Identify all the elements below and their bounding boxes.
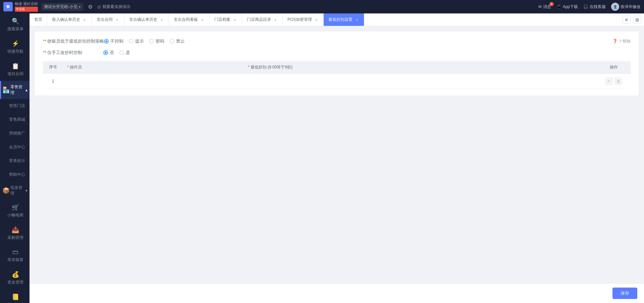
user-name: 徐泽华修改 [621,4,641,10]
user-menu[interactable]: 👤 徐泽华修改 [611,3,641,11]
tab-home[interactable]: 首页 [30,13,47,26]
messages-button[interactable]: ✉ 消息 8 [538,4,551,10]
close-icon[interactable]: × [355,17,359,22]
sidebar-item-label: 库存核算 [7,257,23,263]
radio-no-control[interactable]: 不控制 [104,38,123,44]
sidebar-item-label: 零售商城 [9,117,25,122]
sidebar-item-retail-mgmt[interactable]: 🏪 零售管理 ▲ [0,81,30,99]
radio-circle-reminder [129,39,133,44]
tab-store-product-catalog[interactable]: 门店商品目录 × [242,13,283,26]
radio-reminder-label: 提示 [135,38,144,44]
tab-label: 门店档案 [214,17,230,22]
close-icon[interactable]: × [273,17,278,22]
top-bar-right: ✉ 消息 8 📱 App下载 🎧 在线客服 👤 徐泽华修改 [538,3,641,11]
sidebar: 🔍 搜索菜单 ⚡ 快捷导航 📋 项目合同 🏪 零售管理 ▲ 智营门店 零售商城 … [0,13,30,303]
tab-home-label: 首页 [34,17,42,22]
tab-store-file[interactable]: 门店档案 × [210,13,242,26]
close-icon[interactable]: × [159,17,164,22]
online-service-label: 在线客服 [590,4,606,10]
radio-no[interactable]: 否 [103,50,114,56]
online-service-button[interactable]: 🎧 在线客服 [583,4,606,10]
sidebar-item-quick-nav[interactable]: ⚡ 快捷导航 [0,36,30,58]
th-min-discount-label: 最低折扣 (9.00等于9折) [251,65,292,69]
archive-icon: 🗃 [12,249,18,256]
discount-table: 序号 * 操作员 * 最低折扣 (9.00等于9折) 操作 1 [43,61,631,89]
sidebar-item-ecommerce[interactable]: 🛒 小畅电商 [0,200,30,222]
radio-forbidden-label: 禁止 [176,38,185,44]
radio-forbidden[interactable]: 禁止 [170,38,185,44]
sidebar-item-project-contract[interactable]: 📋 项目合同 [0,58,30,81]
help-link[interactable]: ❓ ？帮助 [612,39,631,44]
demo-link-label: 我要看实例演示 [102,4,130,10]
tab-bar: 首页 收入确认单历史 × 支出合同 × 支出确认单历史 × 支出合同看板 × 门… [30,13,644,26]
headset-icon: 🎧 [583,4,588,9]
radio-circle-yes [119,50,124,55]
clipboard-icon: 📋 [12,62,19,70]
sidebar-item-help-center[interactable]: 帮助中心 [0,168,30,182]
sidebar-item-marketing[interactable]: 营销推广 [0,127,30,140]
sidebar-item-finance[interactable]: 💰 资金管理 [0,267,30,289]
sidebar-item-search[interactable]: 🔍 搜索菜单 [0,13,30,36]
sidebar-item-label: 项目合同 [7,71,23,77]
tab-min-discount-settings[interactable]: 最低折扣设置 × [324,13,364,26]
messages-badge: 8 [549,2,554,6]
tab-pos-password-mgmt[interactable]: POS加密管理 × [283,13,324,26]
sidebar-item-ledger[interactable]: 📒 总账管理 [0,289,30,303]
tab-label: POS加密管理 [287,17,312,22]
cart-icon: 🛒 [12,204,19,211]
sidebar-item-label: 营销推广 [9,131,25,136]
content-area: 首页 收入确认单历史 × 支出合同 × 支出确认单历史 × 支出合同看板 × 门… [30,13,644,303]
tab-label: 支出合同 [97,17,113,22]
page-content: * * 收银员低于最低折扣控制策略 不控制 提示 [30,26,644,283]
app-download-button[interactable]: 📱 App下载 [556,4,578,10]
radio-no-control-label: 不控制 [110,38,123,44]
th-required-star2: * [248,65,251,69]
close-icon[interactable]: × [82,17,87,22]
discount-policy-radio-group: 不控制 提示 密码 禁止 [104,38,185,44]
sidebar-item-label: 小畅电商 [7,212,23,218]
tab-label: 支出合同看板 [174,17,198,22]
sidebar-item-retail-stats[interactable]: 零售统计 [0,154,30,168]
demo-link[interactable]: ⊙ 我要看实例演示 [97,4,130,10]
radio-circle-no [103,50,108,55]
logo-text: 畅捷·通好业财 [15,2,38,6]
search-icon: 🔍 [12,17,19,25]
close-icon[interactable]: × [314,17,319,22]
sidebar-item-inventory[interactable]: 🗃 库存核算 [0,245,30,267]
sidebar-item-smart-store[interactable]: 智营门店 [0,99,30,113]
close-tab-button[interactable]: ✕ [623,16,631,24]
th-operator-label: 操作员 [70,65,82,69]
chevron-down-icon: ▾ [79,5,80,9]
radio-reminder[interactable]: 提示 [129,38,144,44]
project-selector[interactable]: 测试分开完程-小兄 ▾ [41,3,83,11]
sidebar-item-purchase-mgmt[interactable]: 📥 采购管理 [0,222,30,245]
tab-bar-right: ✕ ⊞ [620,16,644,24]
table-row: 1 ✎ 🗑 [43,74,631,89]
tab-payment-confirm-history[interactable]: 支出确认单历史 × [124,13,169,26]
circle-icon: ⊙ [97,4,101,9]
sidebar-item-label: 采购管理 [7,235,23,241]
save-button[interactable]: 保存 [612,288,637,299]
close-icon[interactable]: × [200,17,205,22]
sidebar-item-member-center[interactable]: 会员中心 [0,140,30,154]
page-footer: 保存 [30,283,644,303]
settings-icon-button[interactable]: ⚙ [87,2,94,11]
logo-area: 畅 畅捷·通好业财 专业版 [3,2,38,11]
th-required-star: * [67,65,70,69]
radio-password[interactable]: 密码 [149,38,164,44]
sidebar-item-retail-mall[interactable]: 零售商城 [0,113,30,127]
more-tabs-button[interactable]: ⊞ [633,16,641,24]
td-seq: 1 [43,79,63,84]
radio-yes[interactable]: 是 [119,50,130,56]
tab-income-confirm-history[interactable]: 收入确认单历史 × [47,13,92,26]
sidebar-item-batch-mgmt[interactable]: 📦 批发管理 ▼ [0,182,30,200]
pro-badge: 专业版 [15,7,38,12]
settings-card: * * 收银员低于最低折扣控制策略 不控制 提示 [35,32,639,95]
chevron-up-icon: ▲ [25,88,28,92]
close-icon[interactable]: × [232,17,237,22]
tab-payment-contract-board[interactable]: 支出合同看板 × [169,13,210,26]
tab-payment-contract[interactable]: 支出合同 × [92,13,124,26]
close-icon[interactable]: × [115,17,119,22]
edit-button[interactable]: ✎ [605,78,613,85]
delete-button[interactable]: 🗑 [615,78,622,85]
